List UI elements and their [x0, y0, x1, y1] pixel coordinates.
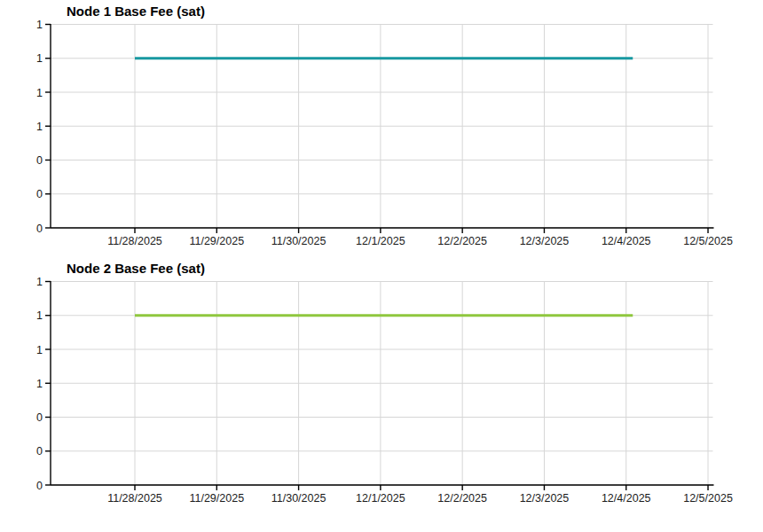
chart-plot-node1: 111100011/28/202511/29/202511/30/202512/…	[0, 0, 763, 257]
y-tick-label: 1	[36, 276, 43, 288]
chart-node2-base-fee: Node 2 Base Fee (sat) 111100011/28/20251…	[0, 257, 763, 532]
x-tick-label: 12/3/2025	[520, 492, 570, 505]
y-tick-label: 1	[36, 121, 43, 133]
y-tick-label: 1	[36, 344, 43, 356]
x-tick-label: 11/30/2025	[271, 492, 326, 505]
charts-page: Node 1 Base Fee (sat) 111100011/28/20251…	[0, 0, 763, 532]
x-tick-label: 11/29/2025	[189, 492, 244, 505]
x-tick-label: 12/4/2025	[602, 235, 651, 247]
x-tick-label: 12/5/2025	[683, 492, 733, 505]
x-tick-label: 11/29/2025	[189, 235, 244, 247]
y-tick-label: 0	[36, 480, 43, 492]
x-tick-label: 11/30/2025	[271, 235, 326, 247]
x-tick-label: 12/2/2025	[437, 492, 487, 505]
x-tick-label: 12/3/2025	[520, 235, 570, 247]
y-tick-label: 1	[36, 52, 43, 65]
y-tick-label: 0	[36, 411, 43, 424]
x-tick-label: 12/2/2025	[437, 235, 487, 247]
y-tick-label: 0	[36, 445, 43, 458]
x-tick-label: 12/5/2025	[683, 235, 733, 247]
x-tick-label: 11/28/2025	[107, 235, 162, 247]
x-tick-label: 11/28/2025	[107, 492, 162, 505]
y-tick-label: 1	[36, 378, 43, 390]
y-tick-label: 1	[36, 87, 43, 99]
y-tick-label: 0	[36, 223, 43, 235]
y-tick-label: 0	[36, 154, 43, 167]
chart-plot-node2: 111100011/28/202511/29/202511/30/202512/…	[0, 257, 763, 532]
y-tick-label: 1	[36, 309, 43, 322]
x-tick-label: 12/4/2025	[602, 492, 651, 505]
y-tick-label: 0	[36, 188, 43, 200]
x-tick-label: 12/1/2025	[356, 492, 405, 505]
x-tick-label: 12/1/2025	[356, 235, 405, 247]
y-tick-label: 1	[36, 19, 43, 31]
chart-node1-base-fee: Node 1 Base Fee (sat) 111100011/28/20251…	[0, 0, 763, 257]
